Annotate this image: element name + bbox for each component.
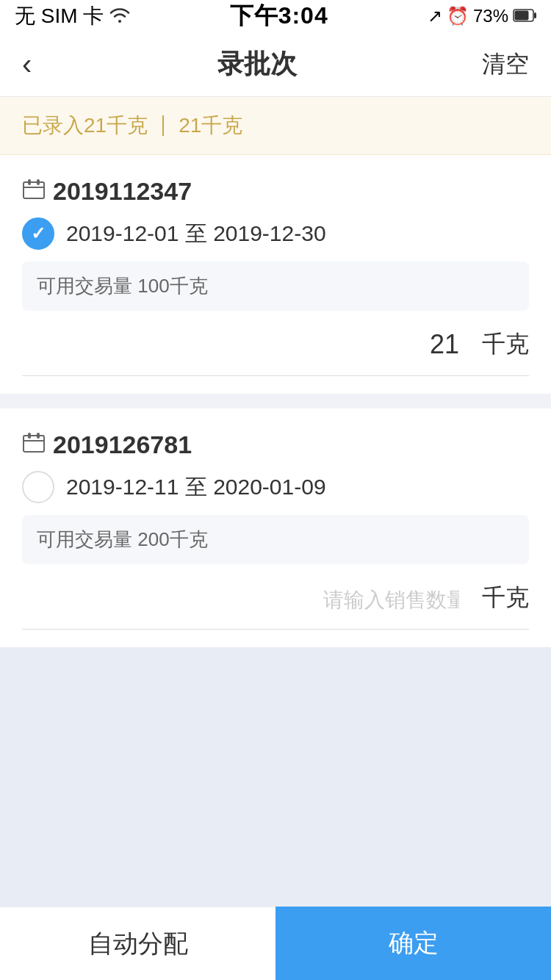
input-row-2: 千克 [22, 564, 529, 629]
available-qty-box-2: 可用交易量 200千克 [22, 515, 529, 564]
bottom-bar: 自动分配 确定 [0, 907, 551, 980]
sim-status: 无 SIM 卡 [15, 2, 104, 30]
page-title: 录批次 [217, 46, 297, 82]
batch-card-1: 2019112347 2019-12-01 至 2019-12-30 可用交易量… [0, 155, 551, 394]
back-button[interactable]: ‹ [22, 48, 32, 81]
qty-input-1[interactable] [323, 329, 470, 360]
main-content: 2019112347 2019-12-01 至 2019-12-30 可用交易量… [0, 155, 551, 980]
batch-id-1: 2019112347 [53, 177, 192, 206]
battery-level: 73% [473, 6, 508, 26]
auto-distribute-button[interactable]: 自动分配 [0, 907, 276, 980]
alarm-icon: ⏰ [447, 6, 469, 26]
svg-rect-3 [24, 182, 44, 198]
batch-id-2: 2019126781 [53, 430, 192, 459]
input-row-1: 千克 [22, 311, 529, 375]
svg-rect-5 [37, 179, 40, 185]
radio-2[interactable] [22, 471, 54, 503]
batch-icon-2 [22, 431, 46, 459]
available-qty-text-2: 可用交易量 200千克 [37, 528, 208, 550]
qty-unit-2: 千克 [482, 582, 529, 614]
status-right: ↗ ⏰ 73% [428, 6, 536, 26]
confirm-button[interactable]: 确定 [276, 907, 551, 980]
available-qty-text-1: 可用交易量 100千克 [37, 275, 208, 297]
card-date-1: 2019-12-01 至 2019-12-30 [66, 219, 326, 249]
svg-rect-1 [534, 12, 536, 18]
card-date-row-2[interactable]: 2019-12-11 至 2020-01-09 [22, 471, 529, 503]
status-left: 无 SIM 卡 [15, 2, 130, 30]
status-time: 下午3:04 [230, 0, 328, 32]
card-date-2: 2019-12-11 至 2020-01-09 [66, 472, 326, 502]
card-header-1: 2019112347 [22, 177, 529, 206]
svg-rect-8 [28, 433, 31, 439]
input-underline-1 [22, 375, 529, 376]
summary-value: 21千克 [179, 112, 242, 140]
card-date-row-1[interactable]: 2019-12-01 至 2019-12-30 [22, 217, 529, 250]
nav-bar: ‹ 录批次 清空 [0, 32, 551, 97]
input-underline-2 [22, 629, 529, 630]
qty-unit-1: 千克 [482, 328, 529, 361]
wifi-icon [109, 4, 130, 28]
svg-rect-4 [28, 179, 31, 185]
svg-rect-7 [24, 436, 44, 452]
status-bar: 无 SIM 卡 下午3:04 ↗ ⏰ 73% [0, 0, 551, 32]
summary-label: 已录入21千克 [22, 112, 148, 140]
card-separator [0, 394, 551, 408]
batch-card-2: 2019126781 2019-12-11 至 2020-01-09 可用交易量… [0, 408, 551, 647]
clear-button[interactable]: 清空 [482, 48, 529, 81]
available-qty-box-1: 可用交易量 100千克 [22, 262, 529, 311]
summary-divider [162, 115, 164, 136]
batch-icon-1 [22, 178, 46, 206]
summary-bar: 已录入21千克 21千克 [0, 97, 551, 155]
radio-1[interactable] [22, 217, 54, 250]
location-icon: ↗ [428, 6, 442, 26]
card-header-2: 2019126781 [22, 430, 529, 459]
battery-icon [513, 6, 536, 26]
svg-rect-9 [37, 433, 40, 439]
qty-input-2[interactable] [323, 583, 470, 613]
svg-rect-2 [515, 11, 529, 21]
